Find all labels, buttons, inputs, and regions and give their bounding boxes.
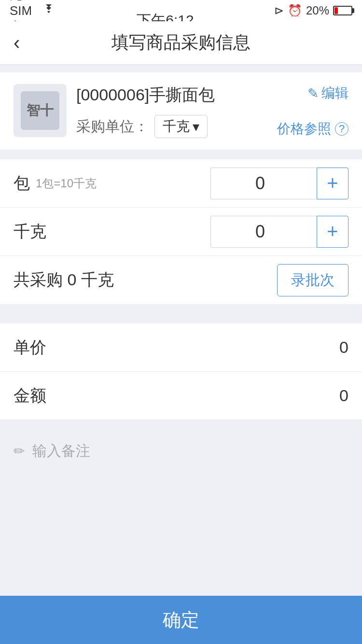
location-icon: ⊳ [274,4,284,17]
kg-plus-button[interactable]: + [317,216,348,248]
summary-row: 共采购 0 千克 录批次 [0,256,362,304]
product-card: 智十 [0000006]手撕面包 采购单位： 千克 ▾ ✎ 编辑 价格参照 ? [0,72,362,150]
kg-plus-icon: + [327,221,338,242]
kg-input-row: 千克 + [0,208,362,256]
section-divider-2 [0,304,362,314]
wifi-icon [41,3,56,18]
kg-label: 千克 [14,221,210,243]
page-title: 填写商品采购信息 [111,31,251,55]
edit-icon: ✎ [307,85,319,101]
pencil-icon: ✏ [14,443,25,459]
pack-input[interactable] [210,168,317,199]
alarm-icon: ⏰ [288,4,302,17]
summary-prefix: 共采购 [14,270,67,289]
unit-dropdown[interactable]: 千克 ▾ [154,115,208,138]
help-icon: ? [335,122,348,136]
dropdown-arrow-icon: ▾ [193,119,199,135]
amount-label: 金额 [14,385,46,407]
status-right: ⊳ ⏰ 20% [274,4,352,17]
record-batch-button[interactable]: 录批次 [277,264,348,296]
input-section: 包 1包=10千克 + 千克 + [0,159,362,304]
product-image-label: 智十 [21,91,59,130]
notes-section[interactable]: ✏ 输入备注 [0,430,362,473]
unit-value: 千克 [163,117,190,136]
battery-icon [333,6,352,15]
kg-input-wrap: + [210,216,348,248]
status-bar: 无 SIM 卡 下午6:12 ⊳ ⏰ 20% [0,0,362,21]
pack-label: 包 1包=10千克 [14,172,210,195]
pack-plus-icon: + [327,172,338,194]
amount-value: 0 [339,386,348,405]
amount-row: 金额 0 [0,372,362,420]
unit-label: 采购单位： [76,117,149,137]
pack-sub-label: 1包=10千克 [36,176,97,191]
summary-unit: 千克 [81,270,114,289]
pack-plus-button[interactable]: + [317,168,348,199]
pack-label-text: 包 [14,172,30,195]
price-ref-button[interactable]: 价格参照 ? [277,120,348,138]
pack-input-wrap: + [210,168,348,199]
summary-text: 共采购 0 千克 [14,269,114,291]
content-fill [0,473,362,608]
unit-price-value: 0 [339,338,348,357]
kg-label-text: 千克 [14,221,46,243]
back-button[interactable]: ‹ [14,32,20,54]
notes-placeholder: 输入备注 [32,441,90,461]
edit-button[interactable]: ✎ 编辑 [307,84,348,102]
product-image: 智十 [14,84,67,137]
nav-bar: ‹ 填写商品采购信息 [0,21,362,65]
price-ref-label: 价格参照 [277,120,331,138]
battery-percent: 20% [306,4,329,17]
unit-price-row: 单价 0 [0,323,362,372]
detail-section: 单价 0 金额 0 [0,323,362,420]
unit-price-label: 单价 [14,336,46,359]
confirm-button[interactable]: 确定 [0,596,362,644]
kg-input[interactable] [210,216,317,248]
edit-label: 编辑 [321,84,348,102]
pack-input-row: 包 1包=10千克 + [0,159,362,208]
section-divider-1 [0,150,362,159]
summary-amount: 0 [67,270,76,289]
